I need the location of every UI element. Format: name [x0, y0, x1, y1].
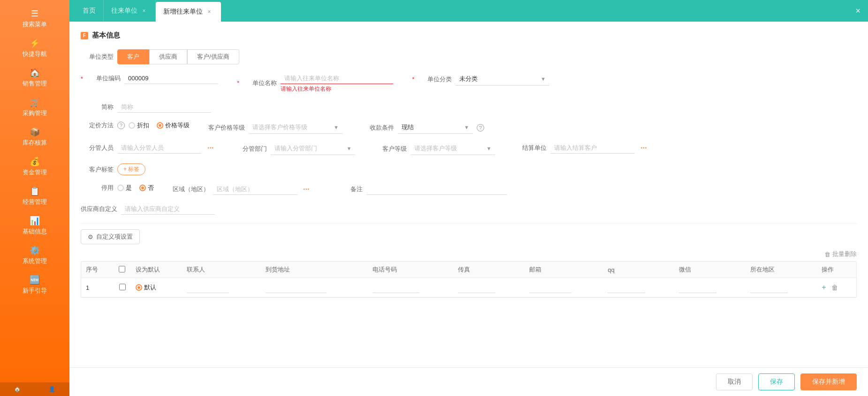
unit-name-input[interactable] [281, 73, 393, 84]
row-add-btn[interactable]: + [822, 283, 826, 291]
inventory-icon: 📦 [30, 127, 40, 137]
row-default: 默认 [131, 278, 182, 297]
add-tag-btn[interactable]: + 标签 [117, 163, 145, 175]
cancel-button[interactable]: 取消 [716, 373, 753, 390]
settlement-unit-label: 结算单位 [514, 144, 547, 152]
custom-settings-btn[interactable]: ⚙ 自定义项设置 [81, 229, 140, 244]
col-email: 邮箱 [525, 262, 603, 278]
save-button[interactable]: 保存 [758, 373, 795, 390]
delete-icon: 🗑 [824, 251, 830, 258]
department-placeholder: 请输入分管部门 [274, 144, 344, 153]
pricing-info-icon[interactable]: ? [117, 122, 125, 129]
supplier-custom-input[interactable] [121, 203, 215, 215]
row-delete-btn[interactable]: 🗑 [831, 284, 838, 291]
customer-tag-field: 客户标签 + 标签 [81, 163, 857, 175]
row-phone-input[interactable] [373, 282, 419, 293]
department-arrow: ▼ [346, 146, 351, 151]
customer-price-level-select[interactable]: 请选择客户价格等级 ▼ [249, 121, 343, 134]
tabbar-close-all[interactable]: × [853, 4, 862, 18]
sidebar-item-sys-mgmt[interactable]: ⚙️ 系统管理 [0, 241, 69, 270]
main-area: 首页 往来单位 × 新增往来单位 × × F 基本信息 单位类型 客户 供应商 [69, 0, 868, 396]
code-name-row: * 单位编码 * 单位名称 请输入往来单位名称 * 单位分类 未分类 ▼ [81, 73, 857, 93]
unit-type-customer-btn[interactable]: 客户 [117, 49, 149, 64]
batch-delete-btn[interactable]: 🗑 批量删除 [824, 250, 857, 258]
sidebar-item-sales-mgmt[interactable]: 🏠 销售管理 [0, 63, 69, 93]
row-address-input[interactable] [266, 282, 327, 293]
tab-unit-list[interactable]: 往来单位 × [104, 0, 156, 22]
customer-level-select[interactable]: 请选择客户等级 ▼ [411, 142, 495, 155]
row-default-radio[interactable]: 默认 [136, 283, 177, 292]
manager-label: 分管人员 [81, 144, 114, 152]
tab-home[interactable]: 首页 [75, 0, 104, 22]
sys-icon: ⚙️ [30, 245, 40, 256]
sidebar-item-basic-info[interactable]: 📊 基础信息 [0, 211, 69, 241]
region-field: 区域（地区） ··· [173, 184, 311, 195]
tab-new-unit-close[interactable]: × [206, 8, 213, 16]
home-icon: 🏠 [14, 386, 21, 392]
unit-code-label: 单位编码 [88, 74, 121, 83]
settlement-unit-more-btn[interactable]: ··· [639, 144, 648, 152]
region-input[interactable] [213, 184, 297, 195]
disable-yes-radio[interactable]: 是 [117, 184, 132, 192]
sidebar-item-search-menu[interactable]: ☰ 搜索菜单 [0, 4, 69, 33]
table-row: 1 默认 [81, 278, 856, 297]
sidebar-item-new-guide[interactable]: 🆕 新手引导 [0, 270, 69, 300]
unit-category-select[interactable]: 未分类 ▼ [456, 73, 549, 85]
pricing-discount-radio[interactable]: 折扣 [129, 121, 149, 130]
unit-name-label: 单位名称 [244, 79, 277, 87]
settlement-unit-input[interactable] [550, 142, 635, 154]
row-email [525, 278, 603, 297]
row-email-input[interactable] [529, 282, 571, 293]
sidebar-item-ops-mgmt[interactable]: 📋 经营管理 [0, 181, 69, 211]
payment-terms-info-icon[interactable]: ? [477, 124, 484, 132]
sidebar-user-btn[interactable]: 👤 [35, 386, 69, 392]
sidebar-item-inventory[interactable]: 📦 库存核算 [0, 122, 69, 152]
manager-field: 分管人员 ··· [81, 142, 215, 154]
remark-input[interactable] [366, 184, 507, 195]
row-contact [182, 278, 260, 297]
sidebar-home-btn[interactable]: 🏠 [0, 386, 35, 392]
tab-new-unit[interactable]: 新增往来单位 × [156, 2, 221, 22]
manager-more-btn[interactable]: ··· [206, 144, 215, 152]
short-name-input[interactable] [117, 101, 211, 113]
col-qq: qq [603, 262, 674, 278]
row-actions: + 🗑 [817, 278, 856, 297]
disable-no-radio[interactable]: 否 [139, 184, 154, 192]
pricing-price-level-radio[interactable]: 价格等级 [157, 121, 190, 130]
row-qq-input[interactable] [608, 282, 645, 293]
sidebar-item-quick-nav[interactable]: ⚡ 快捷导航 [0, 33, 69, 63]
sidebar-item-finance-mgmt[interactable]: 💰 资金管理 [0, 152, 69, 181]
finance-icon: 💰 [30, 156, 40, 167]
row-wechat [674, 278, 746, 297]
department-select[interactable]: 请输入分管部门 ▼ [271, 142, 355, 155]
row-wechat-input[interactable] [679, 282, 716, 293]
manager-row: 分管人员 ··· 分管部门 请输入分管部门 ▼ 客户等级 请选择客户等级 ▼ 结… [81, 142, 857, 155]
region-more-btn[interactable]: ··· [301, 185, 311, 194]
row-area [746, 278, 817, 297]
row-qq [603, 278, 674, 297]
row-area-input[interactable] [750, 282, 788, 293]
unit-category-label: 单位分类 [419, 75, 452, 84]
tab-unit-list-close[interactable]: × [140, 7, 148, 15]
manager-input[interactable] [117, 142, 202, 154]
unit-type-supplier-btn[interactable]: 供应商 [149, 49, 187, 64]
row-contact-input[interactable] [187, 282, 229, 293]
row-fax-input[interactable] [458, 282, 495, 293]
customer-price-level-field: 客户价格等级 请选择客户价格等级 ▼ [208, 121, 343, 134]
col-wechat: 微信 [674, 262, 746, 278]
select-all-checkbox[interactable] [119, 266, 125, 272]
settings-gear-icon: ⚙ [88, 233, 93, 241]
disable-label: 停用 [81, 184, 114, 192]
row-checkbox-cell [114, 278, 131, 297]
save-new-button[interactable]: 保存并新增 [800, 373, 857, 390]
unit-code-input[interactable] [124, 73, 218, 84]
payment-terms-select[interactable]: 现结 ▼ [398, 121, 473, 134]
unit-type-both-btn[interactable]: 客户/供应商 [187, 49, 239, 64]
supplier-custom-field: 供应商自定义 [81, 203, 857, 215]
customer-tag-label: 客户标签 [81, 165, 114, 174]
sidebar-item-purchase-mgmt[interactable]: 🛒 采购管理 [0, 93, 69, 122]
unit-category-field: * 单位分类 未分类 ▼ [412, 73, 549, 85]
basic-info-icon: 📊 [30, 216, 40, 226]
customer-level-arrow: ▼ [486, 146, 491, 151]
row-checkbox[interactable] [119, 284, 126, 290]
